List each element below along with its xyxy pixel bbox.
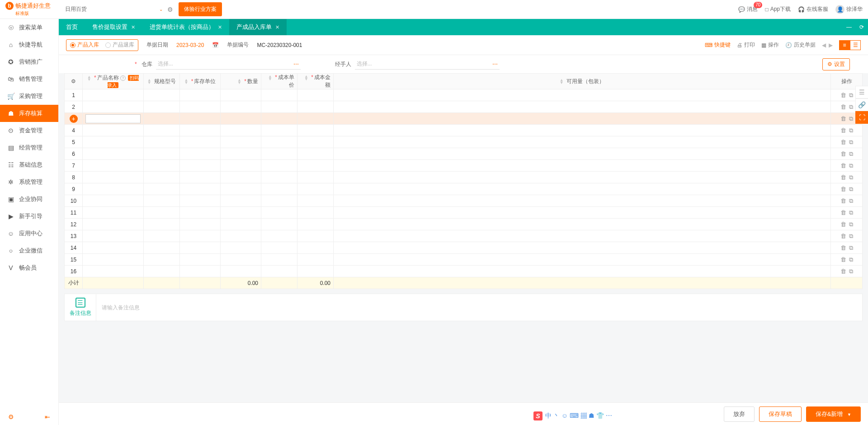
user-menu[interactable]: 👤 徐泽华 bbox=[835, 5, 863, 14]
copy-icon[interactable]: ⧉ bbox=[849, 268, 853, 275]
delete-icon[interactable]: 🗑 bbox=[840, 197, 846, 204]
table-row[interactable]: 12🗑⧉ bbox=[65, 219, 863, 230]
print-link[interactable]: 🖨 打印 bbox=[737, 41, 755, 49]
copy-icon[interactable]: ⧉ bbox=[849, 233, 853, 239]
col-price[interactable]: ▲▼ *成本单价 bbox=[261, 74, 297, 89]
copy-icon[interactable]: ⧉ bbox=[849, 186, 853, 192]
copy-icon[interactable]: ⧉ bbox=[849, 103, 853, 110]
prev-icon[interactable]: ◀ bbox=[822, 42, 826, 48]
tab-2[interactable]: 进货单统计表（按商品）✕ bbox=[142, 19, 229, 35]
discard-button[interactable]: 放弃 bbox=[724, 406, 755, 422]
experience-button[interactable]: 体验行业方案 bbox=[179, 2, 222, 16]
delete-icon[interactable]: 🗑 bbox=[840, 221, 846, 228]
add-row-icon[interactable]: + bbox=[70, 115, 78, 123]
col-product-name[interactable]: ▲▼ *产品名称 ? 扫码录入 bbox=[83, 74, 144, 89]
copy-icon[interactable]: ⧉ bbox=[849, 127, 853, 134]
app-download-link[interactable]: □ App下载 bbox=[765, 5, 791, 13]
date-value[interactable]: 2023-03-20 bbox=[176, 42, 204, 48]
view-list-button[interactable]: ≡ bbox=[839, 40, 850, 50]
table-row[interactable]: +🗑⧉ bbox=[65, 113, 863, 125]
sidebar-item-12[interactable]: ☺应用中心 bbox=[0, 225, 58, 242]
copy-icon[interactable]: ⧉ bbox=[849, 162, 853, 169]
col-spec[interactable]: ▲▼ 规格型号 bbox=[144, 74, 180, 89]
table-row[interactable]: 5🗑⧉ bbox=[65, 136, 863, 148]
refresh-button[interactable]: ⟳ bbox=[855, 24, 868, 30]
tab-3[interactable]: 产成品入库单✕ bbox=[229, 19, 287, 35]
copy-icon[interactable]: ⧉ bbox=[849, 174, 853, 181]
sidebar-item-9[interactable]: ✲系统管理 bbox=[0, 173, 58, 191]
close-icon[interactable]: ✕ bbox=[275, 24, 279, 30]
table-row[interactable]: 8🗑⧉ bbox=[65, 172, 863, 183]
copy-icon[interactable]: ⧉ bbox=[849, 139, 853, 145]
sidebar-item-3[interactable]: 🛍销售管理 bbox=[0, 70, 58, 88]
sidebar-item-6[interactable]: ⊙资金管理 bbox=[0, 122, 58, 139]
settings-button[interactable]: ⚙ 设置 bbox=[822, 58, 850, 70]
delete-icon[interactable]: 🗑 bbox=[840, 174, 846, 181]
gear-icon[interactable]: ⚙ bbox=[167, 6, 173, 13]
sidebar-item-7[interactable]: ▤经营管理 bbox=[0, 139, 58, 156]
save-draft-button[interactable]: 保存草稿 bbox=[759, 406, 802, 422]
remark-input[interactable] bbox=[96, 294, 862, 321]
handler-select[interactable]: 选择... ⋯ bbox=[355, 59, 500, 70]
table-row[interactable]: 14🗑⧉ bbox=[65, 242, 863, 254]
copy-icon[interactable]: ⧉ bbox=[849, 209, 853, 216]
delete-icon[interactable]: 🗑 bbox=[840, 103, 846, 110]
calendar-icon[interactable]: 📅 bbox=[212, 42, 219, 48]
delete-icon[interactable]: 🗑 bbox=[840, 139, 846, 145]
table-row[interactable]: 7🗑⧉ bbox=[65, 160, 863, 172]
warehouse-select[interactable]: 选择... ⋯ bbox=[156, 59, 301, 70]
delete-icon[interactable]: 🗑 bbox=[840, 233, 846, 239]
copy-icon[interactable]: ⧉ bbox=[849, 221, 853, 228]
table-row[interactable]: 15🗑⧉ bbox=[65, 254, 863, 266]
delete-icon[interactable]: 🗑 bbox=[840, 115, 846, 122]
sidebar-item-10[interactable]: ▣企业协同 bbox=[0, 191, 58, 208]
sidebar-item-4[interactable]: 🛒采购管理 bbox=[0, 88, 58, 105]
delete-icon[interactable]: 🗑 bbox=[840, 209, 846, 216]
sidebar-item-13[interactable]: ○企业微信 bbox=[0, 242, 58, 259]
copy-icon[interactable]: ⧉ bbox=[849, 244, 853, 251]
shortcut-link[interactable]: ⌨ 快捷键 bbox=[705, 41, 731, 49]
table-row[interactable]: 4🗑⧉ bbox=[65, 125, 863, 136]
close-icon[interactable]: ✕ bbox=[218, 24, 222, 30]
table-row[interactable]: 16🗑⧉ bbox=[65, 266, 863, 277]
delete-icon[interactable]: 🗑 bbox=[840, 256, 846, 263]
delete-icon[interactable]: 🗑 bbox=[840, 244, 846, 251]
copy-icon[interactable]: ⧉ bbox=[849, 150, 853, 157]
delete-icon[interactable]: 🗑 bbox=[840, 150, 846, 157]
table-row[interactable]: 9🗑⧉ bbox=[65, 183, 863, 195]
rail-expand-icon[interactable]: ⛶ bbox=[855, 111, 868, 124]
table-row[interactable]: 2🗑⧉ bbox=[65, 101, 863, 113]
rail-doc-icon[interactable]: ☰ bbox=[855, 86, 868, 98]
operate-link[interactable]: ▦ 操作 bbox=[761, 41, 779, 49]
collapse-icon[interactable]: ⇤ bbox=[45, 413, 50, 420]
copy-icon[interactable]: ⧉ bbox=[849, 197, 853, 204]
table-row[interactable]: 13🗑⧉ bbox=[65, 230, 863, 242]
tab-0[interactable]: 首页 bbox=[59, 19, 85, 35]
table-row[interactable]: 11🗑⧉ bbox=[65, 207, 863, 219]
sidebar-item-1[interactable]: ⌂快捷导航 bbox=[0, 36, 58, 53]
close-icon[interactable]: ✕ bbox=[131, 24, 135, 30]
col-amt[interactable]: ▲▼ *成本金额 bbox=[297, 74, 334, 89]
sidebar-item-8[interactable]: ☷基础信息 bbox=[0, 156, 58, 173]
tab-1[interactable]: 售价提取设置✕ bbox=[85, 19, 142, 35]
col-qty[interactable]: ▲▼ *数量 bbox=[221, 74, 261, 89]
table-row[interactable]: 10🗑⧉ bbox=[65, 195, 863, 207]
delete-icon[interactable]: 🗑 bbox=[840, 186, 846, 192]
sidebar-item-11[interactable]: ▶新手引导 bbox=[0, 208, 58, 225]
view-compact-button[interactable]: ☰ bbox=[850, 40, 861, 50]
delete-icon[interactable]: 🗑 bbox=[840, 92, 846, 98]
copy-icon[interactable]: ⧉ bbox=[849, 256, 853, 263]
sidebar-item-5[interactable]: ☗库存核算 bbox=[0, 105, 58, 122]
copy-icon[interactable]: ⧉ bbox=[849, 115, 853, 122]
col-unit[interactable]: ▲▼ *库存单位 bbox=[180, 74, 221, 89]
product-name-input[interactable] bbox=[85, 114, 141, 123]
sidebar-item-14[interactable]: V畅会员 bbox=[0, 259, 58, 276]
delete-icon[interactable]: 🗑 bbox=[840, 162, 846, 169]
online-service-link[interactable]: 🎧 在线客服 bbox=[798, 5, 828, 13]
col-available[interactable]: ▲▼ 可用量（包装） bbox=[334, 74, 831, 89]
category-select[interactable]: 日用百货 ⌄ ⚙ bbox=[65, 5, 173, 13]
minimize-button[interactable]: ― bbox=[843, 24, 855, 30]
next-icon[interactable]: ▶ bbox=[829, 42, 833, 48]
col-settings[interactable]: ⚙ bbox=[65, 74, 83, 89]
save-new-button[interactable]: 保存&新增 ▼ bbox=[806, 406, 861, 422]
